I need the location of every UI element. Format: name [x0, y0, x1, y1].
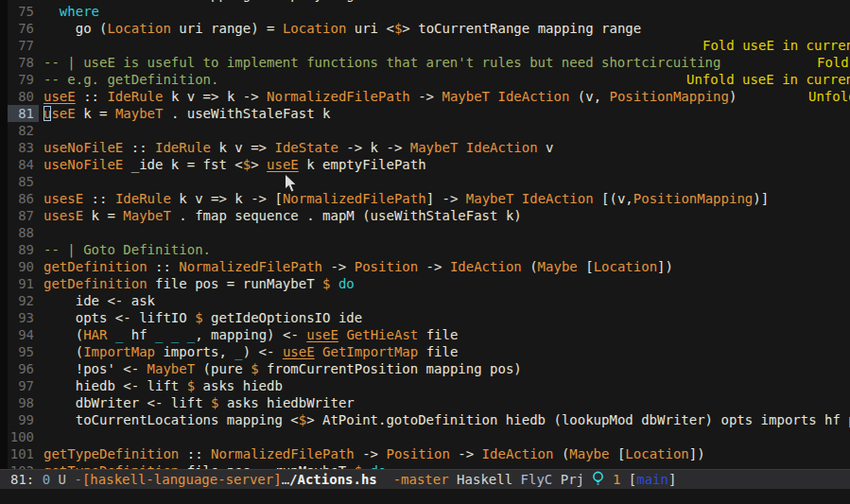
line-number: 100 [8, 428, 39, 445]
code-line-text: -- e.g. getDefinition. [43, 71, 218, 88]
code-line-88[interactable]: 88 [0, 224, 850, 241]
code-token: :: [76, 89, 108, 104]
code-token [513, 191, 521, 206]
code-token: hf [123, 327, 155, 342]
code-token: k v => k -> [ [171, 191, 283, 206]
code-token: $ [251, 361, 258, 376]
code-token: ( [43, 327, 83, 342]
code-line-99[interactable]: 99 toCurrentLocations mapping <$> AtPoin… [0, 411, 850, 428]
code-token: $ [299, 412, 306, 427]
code-line-83[interactable]: 83useNoFileE :: IdeRule k v => IdeState … [0, 139, 850, 156]
modeline-text: - [74, 472, 81, 487]
line-number: 99 [8, 411, 39, 428]
code-token: PositionMapping [633, 191, 753, 206]
code-lens-action[interactable]: Unfold [808, 88, 850, 105]
line-number: 93 [8, 309, 39, 326]
code-line-86[interactable]: 86usesE :: IdeRule k v => k -> [Normaliz… [0, 190, 850, 207]
code-token: _ide k = fst < [123, 157, 242, 172]
code-token: GetHieAst [346, 327, 418, 342]
code-line-98[interactable]: 98 dbWriter <- lift $ asks hiedbWriter [0, 394, 850, 411]
code-token: useNoFileE [43, 157, 123, 172]
code-token: , mapping) <- [195, 327, 306, 342]
code-line-84[interactable]: 84useNoFileE _ide k = fst <$> useE k emp… [0, 156, 850, 173]
code-line-91[interactable]: 91getDefinition file pos = runMaybeT $ d… [0, 275, 850, 292]
code-token: NormalizedFilePath [283, 191, 426, 206]
code-line-text: go (Location uri range) = Location uri <… [43, 20, 641, 37]
code-token: [(v, [594, 191, 633, 206]
code-token: k = [83, 208, 123, 223]
code-lens-action[interactable]: Fold useE in current [703, 37, 850, 54]
code-token: uri < [346, 21, 394, 36]
symbol-link[interactable]: useE [306, 327, 338, 342]
code-token: ide <- ask [43, 293, 155, 308]
modeline-workspace: main [636, 472, 668, 487]
code-line-95[interactable]: 95 (ImportMap imports, _) <- useE GetImp… [0, 343, 850, 360]
line-number: 88 [8, 224, 39, 241]
symbol-link[interactable]: useE [283, 344, 315, 359]
code-line-text: dbWriter <- lift $ asks hiedbWriter [43, 394, 355, 411]
code-token: -> [450, 446, 482, 461]
code-token: fromCurrentPosition mapping pos) [259, 361, 522, 376]
code-lens-action[interactable]: Fold [817, 54, 849, 71]
code-token: usesE [43, 208, 83, 223]
line-number: 78 [8, 54, 39, 71]
line-number: 83 [8, 139, 39, 156]
code-line-97[interactable]: 97 hiedb <- lift $ asks hiedb [0, 377, 850, 394]
code-line-82[interactable]: 82 [0, 122, 850, 139]
code-token: getIdeOptionsIO ide [203, 310, 363, 325]
code-token: getDefinition [43, 259, 147, 274]
code-line-101[interactable]: 101getTypeDefinition :: NormalizedFilePa… [0, 445, 850, 462]
code-buffer[interactable]: 74toCurrentLocations mapping = mapMaybe … [0, 0, 850, 469]
code-line-100[interactable]: 100 [0, 428, 850, 445]
code-line-text: opts <- liftIO $ getIdeOptionsIO ide [43, 309, 362, 326]
code-token: mapping = mapMaybe go [187, 0, 362, 2]
modeline-git-branch: -master [393, 472, 449, 487]
code-token: k emptyFilePath [299, 157, 426, 172]
modeline-column-number: 0 [43, 472, 50, 487]
code-line-85[interactable]: 85 [0, 173, 850, 190]
modeline: 81: 0 U -[haskell-language-server]…/Acti… [0, 469, 850, 489]
line-number: 76 [8, 20, 39, 37]
symbol-link[interactable]: useE [43, 89, 76, 104]
code-lens-action[interactable]: Unfold useE in current [686, 71, 850, 88]
line-number: 94 [8, 326, 39, 343]
code-token: Maybe [538, 259, 578, 274]
code-token: -> k -> [338, 140, 410, 155]
line-number: 91 [8, 275, 39, 292]
code-line-87[interactable]: 87usesE k = MaybeT . fmap sequence . map… [0, 207, 850, 224]
code-token: getDefinition [43, 276, 147, 291]
code-line-78[interactable]: 78-- | useE is useful to implement funct… [0, 54, 850, 71]
code-line-text: (ImportMap imports, _) <- useE GetImport… [43, 343, 458, 360]
code-token: IdeRule [107, 89, 163, 104]
code-token: GetImportMap [322, 344, 418, 359]
code-token: :: [123, 140, 155, 155]
code-line-96[interactable]: 96 !pos' <- MaybeT (pure $ fromCurrentPo… [0, 360, 850, 377]
code-token: MaybeT [410, 140, 459, 155]
code-token: IdeState [274, 140, 338, 155]
code-token: -> [418, 259, 450, 274]
code-line-102[interactable]: 102getTypeDefinition file pos = runMaybe… [0, 462, 850, 469]
code-line-75[interactable]: 75 where [0, 3, 850, 20]
code-token [458, 140, 465, 155]
symbol-link[interactable]: useE [267, 157, 299, 172]
code-token: MaybeT [123, 208, 171, 223]
code-token: uri range) = [171, 21, 283, 36]
code-token: Location [625, 446, 688, 461]
code-token: Location [107, 21, 170, 36]
line-number: 79 [8, 71, 39, 88]
code-line-92[interactable]: 92 ide <- ask [0, 292, 850, 309]
code-line-93[interactable]: 93 opts <- liftIO $ getIdeOptionsIO ide [0, 309, 850, 326]
code-line-80[interactable]: 80useE :: IdeRule k v => k -> Normalized… [0, 88, 850, 105]
code-line-90[interactable]: 90getDefinition :: NormalizedFilePath ->… [0, 258, 850, 275]
code-line-81[interactable]: 81useE k = MaybeT . useWithStaleFast k [0, 105, 850, 122]
modeline-text [620, 472, 628, 487]
code-line-89[interactable]: 89-- | Goto Definition. [0, 241, 850, 258]
code-line-text: usesE k = MaybeT . fmap sequence . mapM … [43, 207, 522, 224]
code-line-76[interactable]: 76 go (Location uri range) = Location ur… [0, 20, 850, 37]
line-number: 90 [8, 258, 39, 275]
code-line-94[interactable]: 94 (HAR _ hf _ _ _, mapping) <- useE Get… [0, 326, 850, 343]
minibuffer[interactable] [0, 489, 850, 504]
line-number: 102 [8, 462, 39, 469]
code-line-text: (HAR _ hf _ _ _, mapping) <- useE GetHie… [43, 326, 458, 343]
modeline-text [604, 472, 612, 487]
